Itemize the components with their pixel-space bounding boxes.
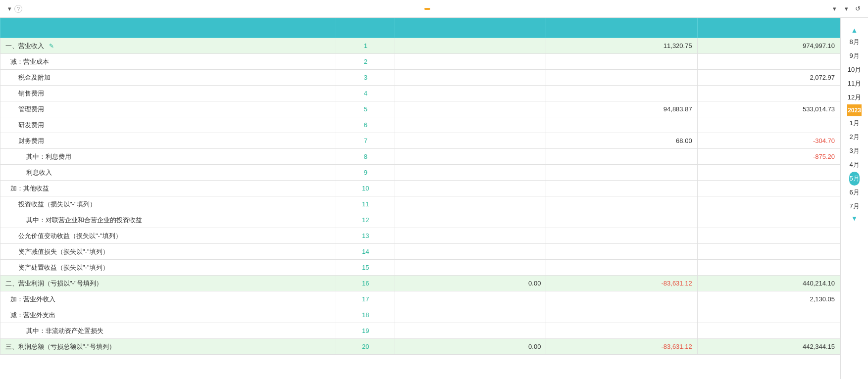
cell-seq: 19 [336, 323, 395, 339]
table-row: 财务费用 7 68.00 -304.70 [0, 133, 840, 149]
month-item[interactable]: 2月 [847, 130, 861, 144]
cell-ytd: -83,631.12 [546, 339, 697, 355]
table-row: 公允价值变动收益（损失以"-"填列） 13 [0, 228, 840, 244]
cell-prev: 2,130.05 [697, 291, 840, 307]
cell-month: 0.00 [395, 276, 546, 291]
month-item[interactable]: 1月 [847, 116, 861, 130]
month-selector: ▲ 8月9月10月11月12月20231月2月3月4月5月6月7月 ▼ [840, 18, 868, 379]
cell-month [395, 54, 546, 70]
cell-ytd [546, 70, 697, 86]
month-item[interactable]: 8月 [847, 35, 861, 49]
cell-seq: 4 [336, 86, 395, 101]
cell-month [395, 260, 546, 276]
cell-label: 税金及附加 [0, 70, 336, 86]
cell-prev [697, 212, 840, 228]
cell-ytd [546, 323, 697, 339]
month-list: 8月9月10月11月12月20231月2月3月4月5月6月7月 [847, 35, 861, 213]
cell-ytd [546, 86, 697, 101]
month-item[interactable]: 9月 [847, 49, 861, 63]
month-nav-down[interactable]: ▼ [848, 213, 862, 223]
table-row: 投资收益（损失以"-"填列） 11 [0, 196, 840, 212]
cell-prev [697, 196, 840, 212]
cell-seq: 9 [336, 165, 395, 181]
cell-label: 加：其他收益 [0, 181, 336, 196]
cell-seq[interactable]: 10 [336, 181, 395, 196]
cell-seq[interactable]: 15 [336, 260, 395, 276]
cell-prev: 440,214.10 [697, 276, 840, 291]
cell-ytd [546, 212, 697, 228]
cell-month [395, 165, 546, 181]
month-item[interactable]: 7月 [847, 199, 861, 213]
cell-label: 减：营业成本 [0, 54, 336, 70]
month-item[interactable]: 3月 [847, 144, 861, 158]
cell-seq[interactable]: 13 [336, 228, 395, 244]
cell-ytd [546, 291, 697, 307]
cell-prev [697, 307, 840, 323]
month-item[interactable]: 6月 [847, 186, 861, 199]
month-item[interactable]: 12月 [847, 91, 861, 104]
cell-ytd [546, 260, 697, 276]
cell-ytd: 11,320.75 [546, 38, 697, 54]
cell-month [395, 86, 546, 101]
cell-month: 0.00 [395, 339, 546, 355]
table-row: 其中：非流动资产处置损失 19 [0, 323, 840, 339]
cell-month [395, 212, 546, 228]
col-header-seq [336, 18, 395, 38]
cell-month [395, 70, 546, 86]
cell-seq[interactable]: 17 [336, 291, 395, 307]
col-header-item [0, 18, 336, 38]
table-row: 减：营业成本 2 [0, 54, 840, 70]
chevron-down-icon: ▾ [833, 5, 836, 12]
cell-prev [697, 244, 840, 260]
cell-label: 加：营业外收入 [0, 291, 336, 307]
cell-prev [697, 86, 840, 101]
table-row: 利息收入 9 [0, 165, 840, 181]
month-item[interactable]: 4月 [847, 158, 861, 172]
cell-seq: 8 [336, 149, 395, 165]
table-row: 税金及附加 3 2,072.97 [0, 70, 840, 86]
top-bar: ▾ ? ▾ ▾ ↺ [0, 0, 868, 18]
cell-seq[interactable]: 11 [336, 196, 395, 212]
month-item[interactable]: 11月 [847, 77, 861, 91]
cell-label: 资产处置收益（损失以"-"填列） [0, 260, 336, 276]
top-bar-left: ▾ ? [6, 5, 22, 13]
month-nav-up[interactable]: ▲ [848, 25, 862, 35]
cell-seq: 1 [336, 38, 395, 54]
month-item[interactable]: 5月 [849, 172, 859, 186]
cell-label: 公允价值变动收益（损失以"-"填列） [0, 228, 336, 244]
cell-ytd [546, 244, 697, 260]
edit-icon[interactable]: ✎ [49, 43, 56, 49]
refresh-icon: ↺ [855, 5, 861, 12]
cell-month [395, 133, 546, 149]
cell-ytd [546, 181, 697, 196]
cell-month [395, 196, 546, 212]
month-item[interactable]: 10月 [847, 63, 861, 77]
table-row: 资产处置收益（损失以"-"填列） 15 [0, 260, 840, 276]
cell-month [395, 149, 546, 165]
table-row: 其中：对联营企业和合营企业的投资收益 12 [0, 212, 840, 228]
cell-prev [697, 228, 840, 244]
print-button[interactable]: ▾ [843, 5, 848, 12]
month-item[interactable]: 2023 [847, 104, 861, 116]
cell-prev [697, 260, 840, 276]
help-icon[interactable]: ? [14, 5, 22, 13]
table-row: 其中：利息费用 8 -875.20 [0, 149, 840, 165]
table-row: 加：营业外收入 17 2,130.05 [0, 291, 840, 307]
refresh-button[interactable]: ↺ [855, 5, 862, 12]
cell-seq[interactable]: 14 [336, 244, 395, 260]
cell-ytd [546, 117, 697, 133]
download-button[interactable]: ▾ [831, 5, 836, 12]
all-selector[interactable]: ▾ [6, 5, 11, 12]
cell-seq: 16 [336, 276, 395, 291]
cell-ytd [546, 196, 697, 212]
table-row: 二、营业利润（亏损以"-"号填列） 16 0.00 -83,631.12 440… [0, 276, 840, 291]
cell-label: 投资收益（损失以"-"填列） [0, 196, 336, 212]
cell-seq[interactable]: 12 [336, 212, 395, 228]
report-title-area [416, 8, 430, 10]
cell-ytd [546, 228, 697, 244]
cell-prev [697, 181, 840, 196]
cell-prev: -304.70 [697, 133, 840, 149]
cell-month [395, 38, 546, 54]
cell-label: 三、利润总额（亏损总额以"-"号填列） [0, 339, 336, 355]
cell-seq: 6 [336, 117, 395, 133]
